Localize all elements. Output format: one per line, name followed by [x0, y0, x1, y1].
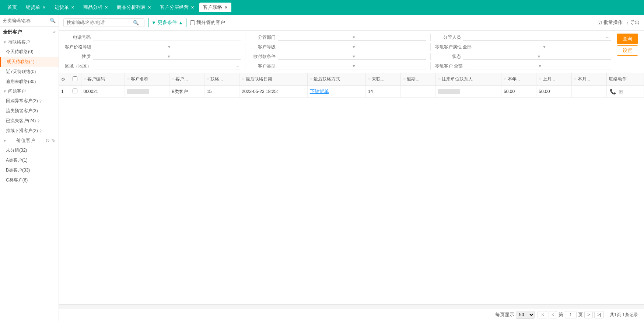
nav-product-analysis[interactable]: 商品分析 ✕ — [80, 3, 112, 12]
first-page-btn[interactable]: |< — [538, 311, 547, 318]
retail-customer-select[interactable]: ▼ — [465, 63, 611, 69]
th-checkbox[interactable] — [70, 73, 81, 86]
page-size-wrap: 每页显示 50 100 200 — [495, 311, 535, 319]
nature-select[interactable]: ▼ — [93, 54, 241, 60]
th-name[interactable]: 客户名称 — [125, 73, 169, 86]
filter-customer-level: 客户等级 ▼ — [250, 44, 426, 50]
sidebar-item-churn-warning[interactable]: 流失预警客户(3) — [0, 106, 59, 116]
scrollbar-inner — [59, 305, 644, 305]
export-icon: ↑ — [626, 20, 629, 25]
nav-purchase[interactable]: 进货单 ✕ — [51, 3, 78, 12]
query-button[interactable]: 查询 — [617, 34, 638, 44]
collapse-icon[interactable]: « — [53, 30, 56, 35]
horizontal-scrollbar[interactable] — [59, 304, 644, 308]
sidebar-item-repurchase-abnormal[interactable]: 回购异常客户(2) ? — [0, 96, 59, 106]
row-checkbox[interactable] — [73, 89, 77, 93]
page-number-input[interactable] — [565, 311, 577, 318]
sidebar-item-week[interactable]: 近7天待联络(0) — [0, 67, 59, 77]
prev-page-btn[interactable]: < — [549, 311, 557, 318]
sidebar-search-input[interactable] — [3, 18, 50, 23]
person-ellipsis[interactable]: ··· — [463, 34, 611, 41]
td-this-month — [571, 86, 606, 98]
retail-attr-select[interactable]: ▼ — [474, 44, 611, 50]
search-input[interactable] — [67, 20, 133, 25]
price-level-select[interactable]: ▼ — [94, 44, 241, 50]
next-page-btn[interactable]: > — [584, 311, 593, 318]
table-area: ⚙ 客户编码 客户名称 客户... 联络... 最后联络日期 最后联络方式 未联… — [59, 73, 644, 304]
table-header-row: ⚙ 客户编码 客户名称 客户... 联络... 最后联络日期 最后联络方式 未联… — [59, 73, 644, 86]
th-code[interactable]: 客户编码 — [81, 73, 125, 86]
sidebar-item-declining[interactable]: 持续下滑客户(2) ? — [0, 126, 59, 136]
search-bar: 🔍 ▼ 更多条件 ▲ 我分管的客户 ☑ 批量操作 ↑ 导出 — [59, 15, 644, 31]
more-filter-btn[interactable]: ▼ 更多条件 ▲ — [148, 18, 186, 27]
th-unit-contact[interactable]: 往来单位联系人 — [436, 73, 501, 86]
filter-person: 分管人员 ··· — [435, 34, 611, 41]
sidebar-search-icon[interactable]: 🔍 — [50, 18, 56, 23]
nav-customer-tier-close[interactable]: ✕ — [191, 5, 194, 10]
sidebar-item-overdue[interactable]: 逾期未联络(30) — [0, 77, 59, 87]
th-contact-count[interactable]: 联络... — [204, 73, 239, 86]
th-last-month[interactable]: 上月... — [536, 73, 571, 86]
dept-chevron-icon: ▼ — [352, 35, 424, 39]
nav-product-analysis-list-close[interactable]: ✕ — [148, 5, 151, 10]
total-info: 共1页 1条记录 — [610, 312, 638, 318]
export-btn[interactable]: ↑ 导出 — [626, 19, 640, 26]
dept-select[interactable]: ▼ — [278, 34, 426, 41]
table-row: 1 000021 B类客户 15 2023-05-23 18:25: 下销货单 … — [59, 86, 644, 98]
table-footer: 每页显示 50 100 200 |< < 第 页 > >| 共1页 1条记录 — [59, 308, 644, 321]
sidebar-item-class-b[interactable]: B类客户(33) — [0, 165, 59, 175]
help-icon-repurchase[interactable]: ? — [39, 99, 42, 103]
grid-action-icon[interactable]: ⊞ — [619, 89, 623, 94]
value-refresh-icon[interactable]: ↻ — [45, 138, 50, 144]
sidebar-item-class-a[interactable]: A类客户(1) — [0, 155, 59, 165]
nav-sale[interactable]: 销货单 ✕ — [22, 3, 49, 12]
td-contact-count: 15 — [204, 86, 239, 98]
person-more-icon: ··· — [606, 35, 609, 39]
status-select[interactable]: ▼ — [463, 54, 611, 60]
last-contact-link[interactable]: 下销货单 — [310, 89, 329, 94]
nav-home[interactable]: 首页 — [4, 3, 21, 12]
payment-select[interactable]: ▼ — [278, 54, 426, 60]
customer-level-select[interactable]: ▼ — [278, 44, 426, 50]
sidebar-item-class-c[interactable]: C类客户(6) — [0, 175, 59, 185]
help-icon-churned[interactable]: ? — [37, 119, 39, 123]
sidebar-item-churned[interactable]: 已流失客户(24) ? — [0, 116, 59, 126]
nav-product-analysis-close[interactable]: ✕ — [105, 5, 108, 10]
filter-panel: 电话号码 分管部门 ▼ 分管人员 — [59, 31, 644, 73]
phone-input[interactable] — [93, 34, 241, 41]
th-settings[interactable]: ⚙ — [59, 73, 70, 86]
nav-customer-tier[interactable]: 客户分层经营 ✕ — [156, 3, 198, 12]
th-this-year[interactable]: 本年... — [501, 73, 536, 86]
th-overdue[interactable]: 逾期... — [400, 73, 435, 86]
nav-sale-close[interactable]: ✕ — [42, 5, 46, 10]
phone-action-icon[interactable]: 📞 — [610, 89, 616, 94]
filter-row-4: 区域（地区） ··· 客户类型 ▼ — [65, 62, 611, 70]
value-edit-icon[interactable]: ✎ — [51, 138, 56, 144]
customer-type-select[interactable]: ▼ — [278, 63, 426, 69]
td-unit-contact — [436, 86, 501, 98]
select-all-checkbox[interactable] — [73, 76, 77, 81]
nav-customer-contact[interactable]: 客户联络 ✕ — [199, 3, 231, 12]
nav-product-analysis-list[interactable]: 商品分析列表 ✕ — [113, 3, 155, 12]
td-name — [125, 86, 169, 98]
reset-button[interactable]: 设置 — [617, 45, 638, 56]
content-area: 🔍 ▼ 更多条件 ▲ 我分管的客户 ☑ 批量操作 ↑ 导出 — [59, 15, 644, 321]
bulk-action-btn[interactable]: ☑ 批量操作 — [598, 19, 623, 26]
nav-purchase-close[interactable]: ✕ — [71, 5, 74, 10]
th-last-contact-method[interactable]: 最后联络方式 — [307, 73, 365, 86]
sidebar-item-today[interactable]: 今天待联络(0) — [0, 47, 59, 57]
nav-customer-contact-close[interactable]: ✕ — [224, 5, 228, 10]
th-this-month[interactable]: 本月... — [571, 73, 606, 86]
last-page-btn[interactable]: >| — [594, 311, 604, 318]
filter-region: 区域（地区） ··· — [65, 63, 241, 69]
th-last-contact-date[interactable]: 最后联络日期 — [239, 73, 307, 86]
sidebar-item-ungrouped[interactable]: 未分组(32) — [0, 145, 59, 155]
help-icon-declining[interactable]: ? — [39, 129, 42, 133]
my-customers-checkbox[interactable] — [190, 20, 195, 25]
search-submit-icon[interactable]: 🔍 — [133, 20, 139, 25]
page-size-select[interactable]: 50 100 200 — [516, 311, 535, 319]
th-type[interactable]: 客户... — [169, 73, 204, 86]
sidebar-item-tomorrow[interactable]: 明天待联络(1) — [0, 57, 59, 67]
region-ellipsis[interactable]: ··· — [94, 63, 241, 69]
th-uncontacted[interactable]: 未联... — [365, 73, 400, 86]
